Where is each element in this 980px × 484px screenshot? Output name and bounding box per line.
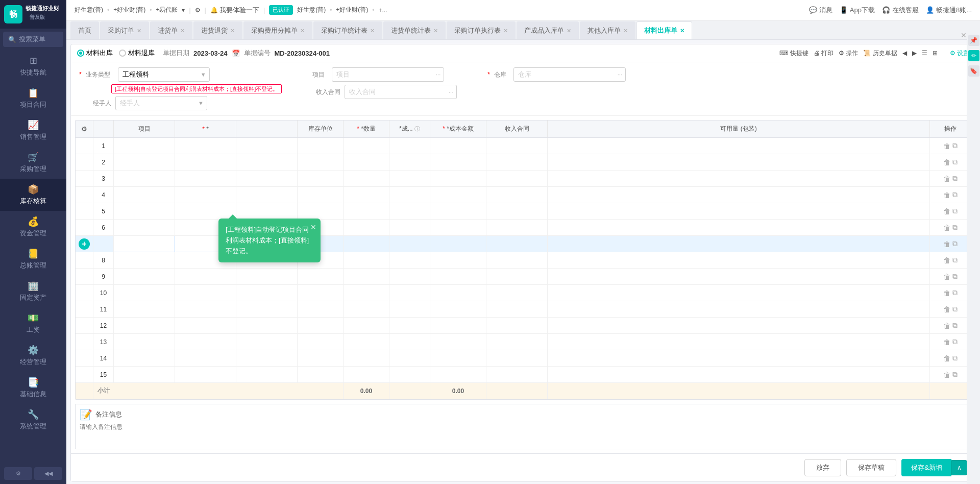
cell-project[interactable] xyxy=(114,301,175,318)
cell-unit[interactable] xyxy=(298,350,344,367)
copy-row-btn[interactable]: ⧉ xyxy=(952,305,958,313)
cell-cost-amount[interactable] xyxy=(430,350,486,367)
app-download-btn[interactable]: 📱 App下载 xyxy=(840,6,875,15)
delete-row-btn[interactable]: 🗑 xyxy=(943,256,950,264)
calendar-icon[interactable]: 📅 xyxy=(232,50,240,57)
cell-project[interactable] xyxy=(114,154,175,171)
cell-unit[interactable] xyxy=(298,154,344,171)
cell-cost-type[interactable] xyxy=(389,367,430,383)
message-btn[interactable]: 💬 消息 xyxy=(809,6,832,15)
cell-quantity[interactable] xyxy=(344,318,389,334)
copy-row-btn[interactable]: ⧉ xyxy=(952,190,958,199)
copy-row-btn[interactable]: ⧉ xyxy=(952,223,958,232)
cell-cost-amount[interactable] xyxy=(430,269,486,285)
save-new-arrow-btn[interactable]: ∧ xyxy=(951,460,967,475)
tab-other-inbound[interactable]: 其他入库单 ✕ xyxy=(580,21,635,39)
delete-row-btn[interactable]: 🗑 xyxy=(943,354,950,362)
income-contract-input[interactable]: 收入合同 ··· xyxy=(345,85,457,99)
cell-cost-type[interactable] xyxy=(389,171,430,187)
operation-btn[interactable]: ⚙ 操作 xyxy=(839,49,858,58)
cell-cost-amount[interactable] xyxy=(430,154,486,171)
cell-name[interactable] xyxy=(236,154,298,171)
cell-income-contract[interactable] xyxy=(486,334,548,350)
topbar-good-business[interactable]: 好生意(普) xyxy=(75,6,103,14)
search-menu[interactable]: 🔍 搜索菜单 xyxy=(3,32,63,47)
cell-income-contract[interactable] xyxy=(486,269,548,285)
delete-row-btn[interactable]: 🗑 xyxy=(943,207,950,215)
copy-row-btn[interactable]: ⧉ xyxy=(952,141,958,150)
delete-row-btn[interactable]: 🗑 xyxy=(943,322,950,330)
cell-material[interactable] xyxy=(175,301,236,318)
add-row-button[interactable]: + xyxy=(79,238,90,250)
delete-row-btn[interactable]: 🗑 xyxy=(943,289,950,297)
tab-purchase-order[interactable]: 采购订单 ✕ xyxy=(100,21,149,39)
tab-close-icon[interactable]: ✕ xyxy=(680,28,684,34)
sidebar-item-accounting-mgmt[interactable]: 📒 总账管理 xyxy=(0,243,66,275)
settings-button[interactable]: ⚙ xyxy=(4,467,32,480)
cell-cost-type[interactable] xyxy=(389,350,430,367)
sidebar-item-payroll[interactable]: 💵 工资 xyxy=(0,307,66,340)
cell-name[interactable] xyxy=(236,350,298,367)
project-input[interactable]: 项目 ··· xyxy=(332,67,444,82)
cell-income-contract[interactable] xyxy=(486,220,548,236)
cell-cost-type[interactable] xyxy=(389,318,430,334)
tab-close-icon[interactable]: ✕ xyxy=(137,28,141,34)
sidebar-item-project-contract[interactable]: 📋 项目合同 xyxy=(0,82,66,114)
cell-income-contract[interactable] xyxy=(486,285,548,301)
cell-name[interactable] xyxy=(236,367,298,383)
cell-project[interactable] xyxy=(114,334,175,350)
topbar-more2[interactable]: +... xyxy=(379,7,387,14)
tab-product-inbound[interactable]: 产成品入库单 ✕ xyxy=(517,21,579,39)
cell-material[interactable] xyxy=(175,367,236,383)
copy-row-btn[interactable]: ⧉ xyxy=(952,174,958,183)
cell-project[interactable] xyxy=(114,220,175,236)
cell-cost-amount[interactable] xyxy=(430,203,486,220)
nav-next-btn[interactable]: ▶ xyxy=(912,49,917,58)
cell-cost-amount[interactable] xyxy=(430,334,486,350)
cell-cost-type[interactable] xyxy=(389,252,430,269)
cell-quantity[interactable] xyxy=(344,252,389,269)
cell-project[interactable] xyxy=(114,318,175,334)
cell-unit[interactable] xyxy=(298,269,344,285)
radio-material-out[interactable]: 材料出库 xyxy=(77,49,113,58)
cell-cost-type[interactable] xyxy=(389,334,430,350)
topbar-good-biz2[interactable]: 好生意(普) xyxy=(297,6,326,14)
cell-project[interactable] xyxy=(114,138,175,154)
cell-cost-amount[interactable] xyxy=(430,220,486,236)
copy-row-btn[interactable]: ⧉ xyxy=(952,370,958,379)
tab-purchase-expense[interactable]: 采购费用分摊单 ✕ xyxy=(243,21,312,39)
copy-row-btn[interactable]: ⧉ xyxy=(952,272,958,281)
cell-quantity[interactable] xyxy=(344,367,389,383)
cell-name[interactable] xyxy=(236,203,298,220)
cell-project[interactable] xyxy=(114,252,175,269)
cell-cost-amount[interactable] xyxy=(430,285,486,301)
radio-material-return[interactable]: 材料退库 xyxy=(119,49,155,58)
cell-cost-type[interactable] xyxy=(389,187,430,203)
cell-unit[interactable] xyxy=(298,301,344,318)
save-new-main-btn[interactable]: 保存&新增 xyxy=(901,459,951,476)
cell-cost-type[interactable] xyxy=(389,301,430,318)
cell-active-5[interactable] xyxy=(344,236,389,252)
copy-row-btn[interactable]: ⧉ xyxy=(952,158,958,166)
cell-income-contract[interactable] xyxy=(486,187,548,203)
handler-input[interactable]: 经手人 ▼ xyxy=(115,96,207,110)
cell-unit[interactable] xyxy=(298,138,344,154)
sidebar-item-fixed-assets[interactable]: 🏢 固定资产 xyxy=(0,275,66,307)
sidebar-item-quick-nav[interactable]: ⊞ 快捷导航 xyxy=(0,50,66,82)
sidebar-item-basic-info[interactable]: 📑 基础信息 xyxy=(0,372,66,404)
delete-row-btn[interactable]: 🗑 xyxy=(943,158,950,166)
active-cell-input[interactable] xyxy=(117,240,172,248)
cell-material[interactable] xyxy=(175,138,236,154)
copy-row-btn[interactable]: ⧉ xyxy=(952,354,958,362)
cell-quantity[interactable] xyxy=(344,269,389,285)
cell-income-contract[interactable] xyxy=(486,350,548,367)
tab-close-icon[interactable]: ✕ xyxy=(230,28,235,34)
tooltip-close-btn[interactable]: ✕ xyxy=(310,222,316,233)
settings-icon[interactable]: ⚙ xyxy=(195,7,201,14)
cell-material[interactable] xyxy=(175,318,236,334)
cell-quantity[interactable] xyxy=(344,301,389,318)
cell-income-contract[interactable] xyxy=(486,154,548,171)
cell-project[interactable] xyxy=(114,269,175,285)
cell-name[interactable] xyxy=(236,285,298,301)
cell-quantity[interactable] xyxy=(344,285,389,301)
